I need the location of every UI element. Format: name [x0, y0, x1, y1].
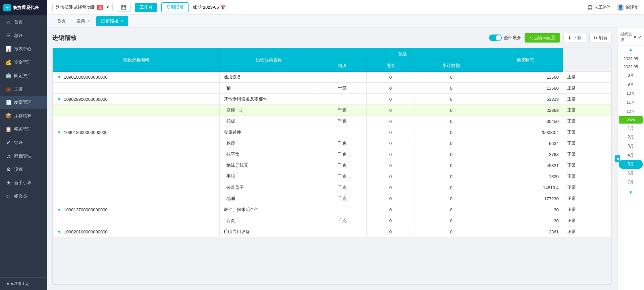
- close-panel-button[interactable]: ✕: [633, 35, 637, 40]
- period-month-active[interactable]: 5月: [619, 160, 643, 169]
- tree-toggle-icon[interactable]: ▼: [57, 130, 61, 135]
- report-icon: 📊: [5, 46, 11, 52]
- period-month-item[interactable]: 2023.05: [619, 55, 643, 63]
- period-month-item[interactable]: 1月: [619, 124, 643, 133]
- workbench-button[interactable]: 工作台: [135, 3, 157, 12]
- period-month-item[interactable]: 2月: [619, 133, 643, 142]
- tree-toggle-icon[interactable]: ▼: [57, 229, 61, 234]
- member-icon: ◇: [5, 193, 11, 199]
- sidebar-item-ledger[interactable]: ☰ 总账: [0, 29, 47, 42]
- save-button[interactable]: 💾: [117, 3, 131, 12]
- company-selector[interactable]: 沈海英测试经营勿删 删 ▾: [52, 3, 113, 12]
- sidebar-item-salary[interactable]: 💼 工资: [0, 82, 47, 96]
- period-year-label[interactable]: 2023: [619, 116, 643, 124]
- main-area: 沈海英测试经营勿删 删 ▾ 💾 工作台 切到旧版 账期 2023-05 📅 🎧 …: [47, 0, 644, 290]
- refresh-label: 刷新: [599, 35, 607, 41]
- sidebar-item-member[interactable]: ◇ 畅会员: [0, 190, 47, 203]
- right-panel: ◀ 期间选择 ✕ ⤢ ▲ 2023.052023.058月9月10月11月12月…: [617, 27, 644, 290]
- table-row-code: ▼ 109020100000000000: [53, 226, 220, 237]
- tab-home-label: 首页: [57, 18, 66, 24]
- table-row-code: [53, 116, 220, 127]
- sidebar-item-assets[interactable]: 🏢 固定资产: [0, 69, 47, 82]
- data-table: 税收分类编码 税收分类名称 数量 预警状态 销项 进项 累计数额 ▼: [52, 48, 612, 285]
- table-row-status: 正常: [563, 127, 611, 138]
- user-info[interactable]: 👤 徐泽华: [617, 4, 639, 11]
- sidebar-item-report[interactable]: 📊 报表中心: [0, 42, 47, 56]
- download-button[interactable]: ⬇ 下载: [564, 33, 586, 43]
- table-row-purchase: 0: [415, 138, 488, 149]
- product-code-settings-button[interactable]: 商品编码设置: [525, 33, 560, 43]
- sidebar-label-checkout: 结账: [14, 140, 23, 146]
- sidebar-label-capital: 资金管理: [14, 59, 32, 65]
- table-row-sales: 0: [366, 226, 415, 237]
- sidebar-item-checkout[interactable]: ✔ 结账: [0, 136, 47, 149]
- tab-reconcile-close[interactable]: ✕: [120, 19, 123, 23]
- delete-badge: 删: [97, 5, 103, 10]
- collapse-panel-button[interactable]: ◀: [615, 155, 620, 162]
- expand-switch[interactable]: [489, 34, 502, 41]
- tab-invoice-close[interactable]: ✕: [87, 19, 90, 23]
- tab-reconcile[interactable]: 进销稽核 ✕: [96, 16, 128, 26]
- expand-panel-button[interactable]: ⤢: [638, 35, 641, 40]
- home-icon: ⌂: [5, 19, 11, 25]
- refresh-button[interactable]: ↻ 刷新: [589, 33, 612, 43]
- table-row-status: 正常: [563, 204, 611, 215]
- sidebar-item-stock[interactable]: 📦 库存核算: [0, 109, 47, 123]
- download-icon: ⬇: [568, 35, 572, 41]
- save-icon: 💾: [121, 5, 126, 10]
- table-row-sales: 0: [366, 94, 415, 105]
- table-row-sales: 0: [366, 215, 415, 226]
- sidebar-item-home[interactable]: ⌂ 首页: [0, 15, 47, 29]
- period-month-item[interactable]: 2023.05: [619, 63, 643, 71]
- sidebar-item-tax[interactable]: 📋 税务管理: [0, 123, 47, 136]
- period-month-item[interactable]: 12月: [619, 107, 643, 116]
- unpin-sidebar-button[interactable]: ◄◄取消固定: [0, 277, 47, 290]
- table-row-code: [53, 182, 220, 193]
- settings-icon: ⚙: [5, 166, 11, 172]
- sidebar-item-settings[interactable]: ⚙ 设置: [0, 163, 47, 176]
- scroll-up-button[interactable]: ▲: [618, 46, 644, 53]
- tree-toggle-icon[interactable]: ▼: [57, 207, 61, 212]
- table-row-name: 轮毂: [219, 138, 318, 149]
- tab-home[interactable]: 首页: [52, 16, 70, 26]
- table-row-sales: 0: [366, 105, 415, 116]
- content-area: 进销稽核 全部展开 商品编码设置 ⬇ 下载 ↻ 刷新: [47, 27, 617, 290]
- tree-toggle-icon[interactable]: ▼: [57, 75, 61, 80]
- table-row-name: 金属铸件: [219, 127, 366, 138]
- tree-toggle-icon[interactable]: ▼: [57, 97, 61, 102]
- table-row-unit: 千克: [318, 182, 366, 193]
- period-month-item[interactable]: 8月: [619, 71, 643, 80]
- help-icon: 🎧: [587, 5, 593, 10]
- th-sales: 销项: [318, 60, 366, 72]
- period-month-item[interactable]: 6月: [619, 169, 643, 178]
- period-month-item[interactable]: 7月: [619, 178, 643, 187]
- table-row-code: [53, 215, 220, 226]
- page-content: 进销稽核 全部展开 商品编码设置 ⬇ 下载 ↻ 刷新: [47, 27, 644, 290]
- table-row-total: 53318: [488, 94, 563, 105]
- period-month-item[interactable]: 4月: [619, 151, 643, 160]
- tab-invoice[interactable]: 发票 ✕: [72, 16, 95, 26]
- table-row-purchase: 0: [415, 204, 488, 215]
- search-cell-button[interactable]: [238, 107, 243, 113]
- logo-icon: ✦: [3, 4, 11, 11]
- sidebar-item-archive[interactable]: 🗂 归档管理: [0, 149, 47, 163]
- help-button[interactable]: 🎧 人工咨询: [587, 4, 611, 10]
- period-month-item[interactable]: 11月: [619, 98, 643, 107]
- scroll-down-button[interactable]: ▼: [618, 189, 644, 196]
- table-row-name: 锻件、粉末冶金件: [219, 204, 366, 215]
- sidebar-item-capital[interactable]: 💰 资金管理: [0, 56, 47, 69]
- table-row-purchase: 0: [415, 105, 488, 116]
- table-row-total: 30450: [488, 116, 563, 127]
- sidebar-item-invoice[interactable]: 🧾 发票管理: [0, 96, 47, 109]
- sidebar-item-guide[interactable]: ★ 新手引导: [0, 176, 47, 190]
- user-icon: 👤: [617, 4, 624, 11]
- expand-all-toggle[interactable]: 全部展开: [489, 34, 521, 41]
- tab-invoice-label: 发票: [76, 18, 85, 24]
- expand-all-label: 全部展开: [504, 35, 521, 41]
- period-month-item[interactable]: 9月: [619, 80, 643, 89]
- table-row-total: 1820: [488, 171, 563, 182]
- period-month-item[interactable]: 3月: [619, 142, 643, 151]
- period-month-item[interactable]: 10月: [619, 89, 643, 98]
- switch-version-button[interactable]: 切到旧版: [161, 2, 189, 12]
- calendar-icon[interactable]: 📅: [220, 5, 226, 10]
